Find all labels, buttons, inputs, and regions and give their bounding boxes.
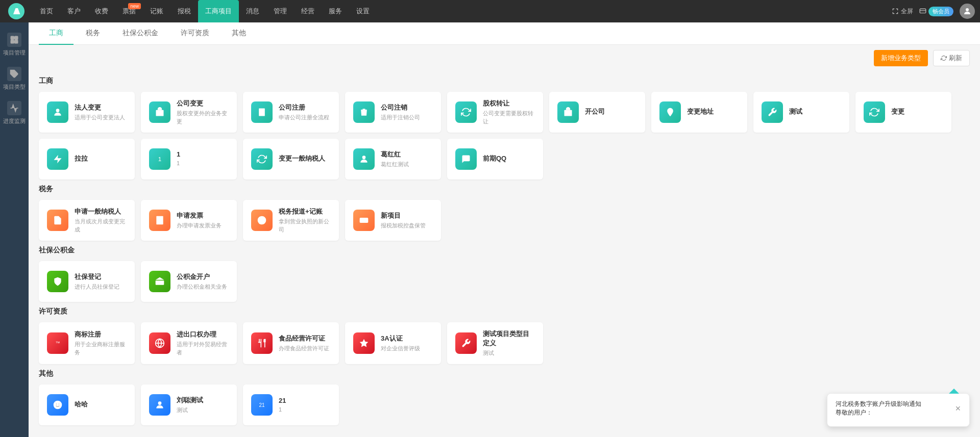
card-text: 变更 <box>891 107 943 118</box>
business-card[interactable]: 公司注册 申请公司注册全流程 <box>243 92 339 133</box>
business-card[interactable]: 申请一般纳税人 当月或次月成变更完成 <box>39 200 135 241</box>
card-icon: ™ <box>47 332 68 354</box>
tab-许可资质[interactable]: 许可资质 <box>170 22 219 45</box>
card-text: 申请一般纳税人 当月或次月成变更完成 <box>75 207 127 234</box>
business-card[interactable]: 测试项目类型目定义 测试 <box>447 322 543 364</box>
business-card[interactable]: 测试 <box>753 92 849 133</box>
nav-item-记账[interactable]: 记账 <box>143 0 170 22</box>
card-icon <box>455 148 477 170</box>
svg-rect-15 <box>565 110 572 116</box>
nav-item-客户[interactable]: 客户 <box>60 0 88 22</box>
card-desc: 报税加税控盘保管 <box>381 222 433 229</box>
sidebar-item-项目管理[interactable]: 项目管理 <box>0 28 29 62</box>
svg-rect-17 <box>569 112 570 114</box>
card-desc: 公司变更需要股权转让 <box>483 110 535 125</box>
business-card[interactable]: 变更 <box>855 92 951 133</box>
refresh-button[interactable]: 刷新 <box>933 50 970 66</box>
business-card[interactable]: 社保登记 进行人员社保登记 <box>39 261 135 302</box>
business-card[interactable]: 股权转让 公司变更需要股权转让 <box>447 92 543 133</box>
nav-right: 全屏 畅会员 <box>892 4 975 19</box>
tab-税务[interactable]: 税务 <box>76 22 110 45</box>
business-card[interactable]: 法人变更 适用于公司变更法人 <box>39 92 135 133</box>
nav-item-票据[interactable]: 票据new <box>115 0 143 22</box>
nav-item-工商项目[interactable]: 工商项目 <box>198 0 239 22</box>
card-icon <box>149 101 170 123</box>
card-text: 公司变更 股权变更外的业务变更 <box>177 99 229 125</box>
card-text: 商标注册 用于企业商标注册服务 <box>75 330 127 356</box>
business-card[interactable]: 税务报道+记账 拿到营业执照的新公司 <box>243 200 339 241</box>
business-card[interactable]: 公司注销 适用于注销公司 <box>345 92 441 133</box>
member-button[interactable]: 畅会员 <box>919 7 953 16</box>
sidebar-item-项目类型[interactable]: 项目类型 <box>0 62 29 96</box>
card-icon <box>149 394 170 416</box>
business-card[interactable]: 变更一般纳税人 <box>243 139 339 179</box>
business-card[interactable]: 开公司 <box>549 92 645 133</box>
svg-marker-19 <box>54 155 62 164</box>
card-text: 哈哈 <box>75 400 127 410</box>
business-card[interactable]: 公积金开户 办理公积金相关业务 <box>141 261 237 302</box>
business-card[interactable]: 公司变更 股权变更外的业务变更 <box>141 92 237 133</box>
nav-item-首页[interactable]: 首页 <box>33 0 60 22</box>
business-card[interactable]: 前期QQ <box>447 139 543 179</box>
tab-社保公积金[interactable]: 社保公积金 <box>112 22 168 45</box>
business-card[interactable]: 拉拉 <box>39 139 135 179</box>
business-card[interactable]: 3A认证 对企业信誉评级 <box>345 322 441 364</box>
card-title: 变更一般纳税人 <box>279 154 331 163</box>
business-card[interactable]: 葛红红 葛红红测试 <box>345 139 441 179</box>
card-icon: 21 <box>251 394 273 416</box>
svg-rect-2 <box>11 36 14 39</box>
action-bar: 新增业务类型 刷新 <box>29 45 980 71</box>
business-card[interactable]: 21 21 1 <box>243 384 339 425</box>
svg-text:™: ™ <box>55 341 60 346</box>
business-card[interactable]: 申请发票 办理申请发票业务 <box>141 200 237 241</box>
business-card[interactable]: 变更地址 <box>651 92 747 133</box>
card-title: 公司注册 <box>279 103 331 112</box>
card-desc: 1 <box>177 160 229 167</box>
card-text: 刘聪测试 测试 <box>177 396 229 414</box>
user-avatar[interactable] <box>960 4 975 19</box>
fullscreen-button[interactable]: 全屏 <box>892 7 913 16</box>
card-text: 公积金开户 办理公积金相关业务 <box>177 272 229 291</box>
nav-item-管理[interactable]: 管理 <box>266 0 294 22</box>
card-text: 测试 <box>789 107 841 118</box>
card-text: 法人变更 适用于公司变更法人 <box>75 103 127 121</box>
card-text: 开公司 <box>585 107 637 118</box>
nav-item-报税[interactable]: 报税 <box>170 0 198 22</box>
nav-item-服务[interactable]: 服务 <box>322 0 349 22</box>
sidebar-label: 进度监测 <box>3 117 26 125</box>
svg-rect-16 <box>567 112 568 114</box>
business-card[interactable]: 进出口权办理 适用于对外贸易经营者 <box>141 322 237 364</box>
card-icon <box>353 210 375 231</box>
card-title: 税务报道+记账 <box>279 207 331 216</box>
card-text: 21 1 <box>279 397 331 414</box>
notification-close[interactable]: ✕ <box>955 404 961 413</box>
business-card[interactable]: 食品经营许可证 办理食品经营许可证 <box>243 322 339 364</box>
card-title: 公司变更 <box>177 99 229 108</box>
business-card[interactable]: 新项目 报税加税控盘保管 <box>345 200 441 241</box>
card-title: 开公司 <box>585 107 637 116</box>
tab-工商[interactable]: 工商 <box>39 22 74 45</box>
card-title: 公积金开户 <box>177 272 229 281</box>
svg-point-7 <box>56 109 60 112</box>
card-icon <box>149 271 170 292</box>
sidebar-label: 项目管理 <box>3 49 26 57</box>
card-icon <box>353 148 375 170</box>
business-card[interactable]: 1 1 1 <box>141 139 237 179</box>
card-text: 3A认证 对企业信誉评级 <box>381 334 433 352</box>
business-card[interactable]: 哈哈 <box>39 384 135 425</box>
app-logo[interactable] <box>5 0 28 22</box>
nav-item-设置[interactable]: 设置 <box>349 0 377 22</box>
new-type-button[interactable]: 新增业务类型 <box>874 50 928 66</box>
business-card[interactable]: ™ 商标注册 用于企业商标注册服务 <box>39 322 135 364</box>
nav-item-消息[interactable]: 消息 <box>239 0 266 22</box>
business-card[interactable]: 刘聪测试 测试 <box>141 384 237 425</box>
tab-其他[interactable]: 其他 <box>222 22 256 45</box>
card-desc: 股权变更外的业务变更 <box>177 110 229 125</box>
card-desc: 对企业信誉评级 <box>381 345 433 352</box>
nav-item-经营[interactable]: 经营 <box>294 0 322 22</box>
sidebar-item-进度监测[interactable]: 进度监测 <box>0 96 29 130</box>
nav-item-收费[interactable]: 收费 <box>88 0 115 22</box>
svg-text:1: 1 <box>158 156 161 162</box>
card-text: 申请发票 办理申请发票业务 <box>177 211 229 229</box>
card-title: 前期QQ <box>483 154 535 163</box>
